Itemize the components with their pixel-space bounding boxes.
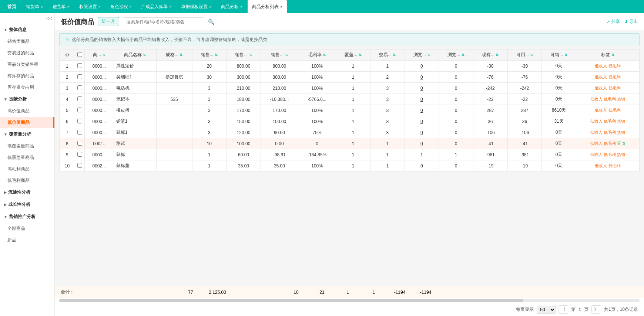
sort-saleable-icon[interactable]: ⇅	[564, 53, 567, 57]
cell-view1[interactable]: 0	[405, 127, 439, 138]
cell-view1[interactable]: 0	[405, 94, 439, 105]
col-view1[interactable]: 浏览... ⇅	[405, 50, 439, 61]
first-page-btn[interactable]: 《	[559, 305, 568, 314]
cell-checkbox[interactable]	[75, 127, 84, 138]
filter-month-btn[interactable]: 近一月	[98, 17, 119, 26]
col-sales-amount[interactable]: 销售... ⇅	[227, 50, 261, 61]
sort-gross-margin-icon[interactable]: ⇅	[323, 53, 326, 57]
sidebar-item-high-profit[interactable]: 高毛利商品	[0, 163, 54, 175]
col-spec[interactable]: 规格... ⇅	[156, 50, 192, 61]
nav-analysis-list[interactable]: 商品分析列表 ×	[248, 0, 287, 13]
sidebar-item-high-value[interactable]: 高价值商品	[0, 105, 54, 117]
cell-checkbox[interactable]	[75, 94, 84, 105]
close-analysis-icon[interactable]: ×	[240, 5, 242, 9]
sidebar-item-traded-goods[interactable]: 交易过的商品	[0, 47, 54, 59]
sidebar-item-high-coverage[interactable]: 高覆盖量商品	[0, 140, 54, 152]
per-page-select[interactable]: 50 100 200	[537, 306, 556, 314]
col-coverage[interactable]: 覆盖... ⇅	[336, 50, 370, 61]
row-checkbox[interactable]	[77, 163, 82, 168]
view1-link[interactable]: 0	[420, 108, 423, 113]
col-checkbox[interactable]	[75, 50, 84, 61]
cell-checkbox[interactable]	[75, 83, 84, 94]
col-sales-qty[interactable]: 销售... ⇅	[192, 50, 227, 61]
close-sales-icon[interactable]: ×	[41, 5, 43, 9]
row-checkbox[interactable]	[77, 74, 82, 79]
col-tags[interactable]: 标签 ⇅	[576, 50, 639, 61]
sidebar-item-all-goods[interactable]: 全部商品	[0, 223, 54, 234]
cell-view1[interactable]: 1	[405, 149, 439, 160]
view1-link[interactable]: 0	[420, 141, 423, 146]
cell-checkbox[interactable]	[75, 72, 84, 83]
view1-link[interactable]: 0	[420, 119, 423, 124]
col-sales-cost[interactable]: 销售... ⇅	[261, 50, 298, 61]
cell-checkbox[interactable]	[75, 160, 84, 171]
sidebar-group-coverage[interactable]: ▼ 覆盖量分析	[0, 128, 54, 140]
cell-checkbox[interactable]	[75, 105, 84, 116]
close-template-icon[interactable]: ×	[209, 5, 211, 9]
row-checkbox[interactable]	[77, 85, 82, 90]
view1-link[interactable]: 0	[420, 97, 423, 102]
cell-view1[interactable]: 0	[405, 83, 439, 94]
cell-checkbox[interactable]	[75, 116, 84, 127]
sidebar-group-growth[interactable]: ▶ 成长性分析	[0, 198, 54, 211]
sidebar-item-low-value[interactable]: 低价值商品	[0, 117, 54, 128]
cell-checkbox[interactable]	[75, 138, 84, 149]
close-role-icon[interactable]: ×	[130, 5, 132, 9]
sidebar-item-low-coverage[interactable]: 低覆盖量商品	[0, 152, 54, 163]
col-view2[interactable]: 浏览... ⇅	[439, 50, 473, 61]
col-gross-margin[interactable]: 毛利率 ⇅	[298, 50, 336, 61]
sidebar-group-overall[interactable]: ▼ 整体信息	[0, 24, 54, 36]
cell-view1[interactable]: 0	[405, 61, 439, 72]
cell-view1[interactable]: 0	[405, 105, 439, 116]
search-input[interactable]	[123, 17, 204, 26]
col-code[interactable]: 商... ⇅	[84, 50, 114, 61]
sort-view1-icon[interactable]: ⇅	[427, 53, 430, 57]
nav-purchase[interactable]: 进货单 ×	[48, 0, 74, 13]
sort-sales-cost-icon[interactable]: ⇅	[285, 53, 288, 57]
nav-analysis[interactable]: 商品分析 ×	[217, 0, 247, 13]
export-btn[interactable]: ⬇ 导出	[624, 18, 638, 25]
row-checkbox[interactable]	[77, 130, 82, 135]
select-all-checkbox[interactable]	[77, 52, 82, 57]
sidebar-item-low-profit[interactable]: 低毛利商品	[0, 175, 54, 186]
cell-checkbox[interactable]	[75, 149, 84, 160]
col-current-stock[interactable]: 现有... ⇅	[473, 50, 507, 61]
col-settings[interactable]: ⚙	[60, 50, 75, 61]
col-name[interactable]: 商品名称 ⇅	[114, 50, 156, 61]
sort-sales-amount-icon[interactable]: ⇅	[249, 53, 252, 57]
row-checkbox[interactable]	[77, 108, 82, 112]
view1-link[interactable]: 0	[420, 130, 423, 135]
sidebar-item-capital-occupy[interactable]: 库存资金占用	[0, 82, 54, 93]
close-purchase-icon[interactable]: ×	[67, 5, 70, 9]
sort-code-icon[interactable]: ⇅	[102, 53, 105, 57]
nav-permission[interactable]: 权限设置 ×	[75, 0, 105, 13]
close-analysis-list-icon[interactable]: ×	[280, 5, 282, 9]
sidebar-group-financial[interactable]: ▼ 贡献分析	[0, 93, 54, 105]
sort-name-icon[interactable]: ⇅	[143, 53, 146, 57]
cell-checkbox[interactable]	[75, 61, 84, 72]
sort-trade-count-icon[interactable]: ⇅	[393, 53, 396, 57]
sort-view2-icon[interactable]: ⇅	[462, 53, 464, 57]
row-checkbox[interactable]	[77, 152, 82, 157]
nav-product-in[interactable]: 产成品入库单 ×	[137, 0, 176, 13]
sidebar-group-marketing[interactable]: ▼ 营销推广分析	[0, 211, 54, 223]
row-checkbox[interactable]	[77, 119, 82, 123]
row-checkbox[interactable]	[77, 141, 82, 146]
sort-coverage-icon[interactable]: ⇅	[359, 53, 362, 57]
row-checkbox[interactable]	[77, 96, 82, 101]
view1-link[interactable]: 0	[420, 86, 423, 91]
sidebar-item-category-sales[interactable]: 商品分类销售率	[0, 59, 54, 70]
view1-link[interactable]: 1	[420, 152, 423, 157]
share-btn[interactable]: ↗ 分享	[606, 18, 620, 25]
sidebar-item-new-goods[interactable]: 新品	[0, 234, 54, 246]
sidebar-item-sales-category[interactable]: 销售类商品	[0, 36, 54, 47]
nav-role[interactable]: 角色授权 ×	[106, 0, 136, 13]
col-saleable[interactable]: 可销... ⇅	[542, 50, 576, 61]
nav-template[interactable]: 单据模板设置 ×	[177, 0, 216, 13]
search-icon[interactable]: 🔍	[208, 19, 214, 25]
sidebar-group-flow[interactable]: ▶ 流通性分析	[0, 186, 54, 198]
col-trade-count[interactable]: 交易... ⇅	[370, 50, 405, 61]
close-product-in-icon[interactable]: ×	[169, 5, 171, 9]
view1-link[interactable]: 0	[420, 75, 423, 80]
view1-link[interactable]: 0	[420, 64, 423, 69]
